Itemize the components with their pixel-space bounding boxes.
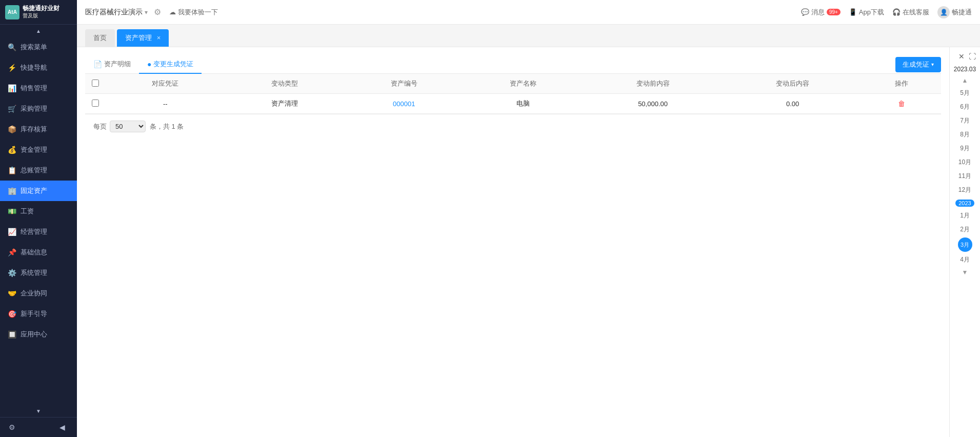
sidebar-item-funds[interactable]: 💰 资金管理 <box>0 140 77 160</box>
doc-icon: 📄 <box>93 60 102 68</box>
total-label: 条，共 1 条 <box>150 122 184 131</box>
company-name: 医疗器械行业演示 <box>85 8 143 17</box>
month-item-5[interactable]: 5月 <box>950 86 980 100</box>
user-action[interactable]: 👤 畅捷通 <box>937 6 972 18</box>
sidebar-item-ledger[interactable]: 📋 总账管理 <box>0 160 77 181</box>
subtab-change-voucher[interactable]: ● 变更生成凭证 <box>139 55 202 74</box>
logo-icon: AtA <box>5 5 19 19</box>
month-item-2[interactable]: 2月 <box>950 223 980 236</box>
mobile-icon: 📱 <box>849 8 857 16</box>
collab-icon: 🤝 <box>7 289 16 298</box>
col-voucher: 对应凭证 <box>106 74 225 94</box>
month-item-8[interactable]: 8月 <box>950 128 980 142</box>
app-download-label: App下载 <box>859 8 884 17</box>
col-op: 操作 <box>863 74 941 94</box>
messages-label: 消息 <box>811 8 825 17</box>
month-item-12[interactable]: 12月 <box>950 183 980 197</box>
month-item-6[interactable]: 6月 <box>950 100 980 114</box>
cell-asset-name: 电脑 <box>464 94 583 114</box>
panel-close-icon[interactable]: ✕ <box>958 52 965 61</box>
app-download-action[interactable]: 📱 App下载 <box>849 8 884 17</box>
settings-icon[interactable]: ⚙ <box>7 423 16 432</box>
sidebar-item-label: 固定资产 <box>21 186 47 195</box>
content-area: 📄 资产明细 ● 变更生成凭证 生成凭证 ▾ <box>77 47 980 437</box>
subtab-change-voucher-label: 变更生成凭证 <box>153 59 193 69</box>
sidebar-scroll-down[interactable]: ▼ <box>34 407 43 415</box>
cell-voucher: -- <box>106 94 225 114</box>
month-item-11[interactable]: 11月 <box>950 169 980 183</box>
cell-change-type: 资产清理 <box>225 94 345 114</box>
per-page-select[interactable]: 50 10 20 100 <box>110 121 146 132</box>
cell-before: 50,000.00 <box>583 94 723 114</box>
cloud-icon: ☁ <box>169 8 176 16</box>
table-row: -- 资产清理 000001 电脑 50,000.00 0.00 🗑 <box>85 94 941 114</box>
sidebar-item-search[interactable]: 🔍 搜索菜单 <box>0 37 77 57</box>
sidebar-item-fixed[interactable]: 🏢 固定资产 <box>0 181 77 201</box>
sidebar-item-guide[interactable]: 🎯 新手引导 <box>0 304 77 324</box>
header-right: 💬 消息 99+ 📱 App下载 🎧 在线客服 👤 畅捷通 <box>801 6 972 18</box>
subtab-asset-detail-label: 资产明细 <box>104 59 131 69</box>
sidebar-item-label: 销售管理 <box>21 84 47 93</box>
row-checkbox[interactable] <box>92 100 99 107</box>
messages-action[interactable]: 💬 消息 99+ <box>801 8 841 17</box>
month-item-9[interactable]: 9月 <box>950 142 980 155</box>
sidebar-item-label: 库存核算 <box>21 125 47 134</box>
sidebar-item-purchase[interactable]: 🛒 采购管理 <box>0 98 77 119</box>
sidebar-item-collab[interactable]: 🤝 企业协同 <box>0 283 77 304</box>
select-all-checkbox[interactable] <box>92 80 99 87</box>
online-service-action[interactable]: 🎧 在线客服 <box>892 8 929 17</box>
month-scroll-up[interactable]: ▲ <box>960 75 970 86</box>
inventory-icon: 📦 <box>7 125 16 134</box>
company-dropdown-icon[interactable]: ▾ <box>145 9 148 16</box>
cell-asset-code: 000001 <box>344 94 464 114</box>
year-display: 2023.03 <box>954 64 976 75</box>
month-item-3[interactable]: 3月 <box>958 237 972 252</box>
sidebar-item-label: 工资 <box>21 207 34 216</box>
logo-sub: 普及版 <box>23 12 59 19</box>
delete-icon[interactable]: 🗑 <box>898 100 905 108</box>
sidebar-scroll-up[interactable]: ▲ <box>34 27 43 35</box>
sidebar-item-label: 企业协同 <box>21 289 47 298</box>
sidebar-item-quicknav[interactable]: ⚡ 快捷导航 <box>0 57 77 78</box>
year-badge: 2023 <box>955 200 974 207</box>
sidebar-item-operations[interactable]: 📈 经营管理 <box>0 222 77 242</box>
payroll-icon: 💵 <box>7 207 16 216</box>
sidebar-item-payroll[interactable]: 💵 工资 <box>0 201 77 222</box>
panel-expand-icon[interactable]: ⛶ <box>969 52 976 61</box>
generate-voucher-button[interactable]: 生成凭证 ▾ <box>895 57 941 72</box>
sidebar-item-system[interactable]: ⚙️ 系统管理 <box>0 263 77 283</box>
right-panel: ✕ ⛶ 2023.03 ▲ 5月 6月 7月 8月 9月 10月 11月 12月… <box>949 47 980 437</box>
month-scroll-down[interactable]: ▼ <box>960 267 970 278</box>
sidebar-item-sales[interactable]: 📊 销售管理 <box>0 78 77 98</box>
quicknav-icon: ⚡ <box>7 63 16 72</box>
main-area: 医疗器械行业演示 ▾ ⚙ ☁ 我要体验一下 💬 消息 99+ 📱 App下载 🎧… <box>77 0 980 437</box>
sidebar-item-label: 基础信息 <box>21 248 47 257</box>
tab-close-icon[interactable]: × <box>157 34 161 42</box>
sidebar-item-appcenter[interactable]: 🔲 应用中心 <box>0 324 77 345</box>
messages-badge: 99+ <box>827 9 841 15</box>
top-header: 医疗器械行业演示 ▾ ⚙ ☁ 我要体验一下 💬 消息 99+ 📱 App下载 🎧… <box>77 0 980 25</box>
sidebar-item-label: 资金管理 <box>21 145 47 154</box>
funds-icon: 💰 <box>7 145 16 154</box>
month-item-10[interactable]: 10月 <box>950 155 980 169</box>
sales-icon: 📊 <box>7 84 16 93</box>
username: 畅捷通 <box>952 8 972 17</box>
sidebar-item-basics[interactable]: 📌 基础信息 <box>0 242 77 263</box>
company-settings-icon[interactable]: ⚙ <box>154 7 161 17</box>
header-left: 医疗器械行业演示 ▾ ⚙ ☁ 我要体验一下 <box>85 7 801 17</box>
cell-after: 0.00 <box>723 94 863 114</box>
sidebar-item-inventory[interactable]: 📦 库存核算 <box>0 119 77 140</box>
tab-asset-mgmt[interactable]: 资产管理 × <box>117 29 169 47</box>
experience-button[interactable]: ☁ 我要体验一下 <box>169 8 218 17</box>
month-item-1[interactable]: 1月 <box>950 209 980 223</box>
year-badge-row: 2023 <box>950 197 980 209</box>
sidebar-item-label: 快捷导航 <box>21 63 47 72</box>
month-item-7[interactable]: 7月 <box>950 114 980 128</box>
collapse-icon[interactable]: ◀ <box>57 423 67 432</box>
subtab-asset-detail[interactable]: 📄 资产明细 <box>85 55 139 74</box>
month-item-4[interactable]: 4月 <box>950 253 980 267</box>
fixed-icon: 🏢 <box>7 186 16 195</box>
tab-home[interactable]: 首页 <box>85 29 115 47</box>
sidebar-item-label: 新手引导 <box>21 309 47 319</box>
online-service-label: 在线客服 <box>903 8 929 17</box>
